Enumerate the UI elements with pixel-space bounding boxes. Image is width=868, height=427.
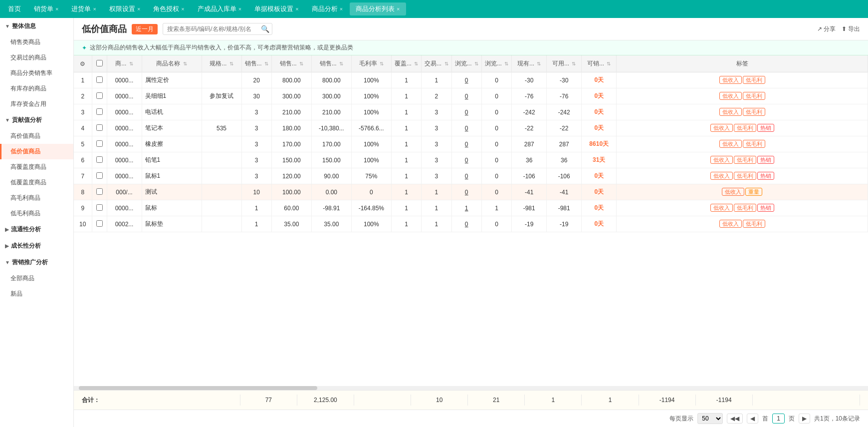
search-icon[interactable]: 🔍 [261,25,269,33]
col-sales3[interactable]: 销售... ⇅ [311,55,351,72]
nav-close-icon[interactable]: × [137,6,140,12]
search-input[interactable] [163,23,272,35]
col-deal[interactable]: 交易... ⇅ [422,55,451,72]
row-checkbox[interactable] [92,216,107,232]
row-select-checkbox[interactable] [96,156,103,163]
col-sales2[interactable]: 销售... ⇅ [271,55,311,72]
row-select-checkbox[interactable] [96,172,103,179]
row-checkbox[interactable] [92,104,107,120]
nav-item-产成品入库单[interactable]: 产成品入库单× [192,2,247,15]
nav-close-icon[interactable]: × [238,6,241,12]
nav-item-权限设置[interactable]: 权限设置× [103,2,146,15]
row-view1: 0 [451,184,481,200]
sidebar-section-营销推广分析[interactable]: ▼营销推广分析 [0,254,73,271]
sidebar-item-销售类商品[interactable]: 销售类商品 [0,34,73,50]
row-s1: 1 [241,216,271,232]
view1-link[interactable]: 0 [465,157,468,164]
settings-col[interactable]: ⚙ [74,55,92,72]
nav-close-icon[interactable]: × [181,6,184,12]
sidebar-item-库存资金占用[interactable]: 库存资金占用 [0,96,73,112]
row-deal: 1 [422,200,451,216]
export-btn[interactable]: ⬆ 导出 [842,25,860,33]
sidebar-item-新品[interactable]: 新品 [0,286,73,302]
sidebar-item-高覆盖度商品[interactable]: 高覆盖度商品 [0,159,73,175]
sidebar-item-商品分类销售率[interactable]: 商品分类销售率 [0,65,73,81]
row-select-checkbox[interactable] [96,108,103,115]
tag-label: 低收入 [719,92,742,100]
sidebar-section-整体信息[interactable]: ▼整体信息 [0,18,73,34]
view1-link[interactable]: 0 [465,173,468,180]
sidebar-item-全部商品[interactable]: 全部商品 [0,271,73,286]
row-checkbox[interactable] [92,136,107,152]
sidebar-section-流通性分析[interactable]: ▶流通性分析 [0,221,73,238]
view1-link[interactable]: 0 [465,189,468,196]
view1-link[interactable]: 0 [465,141,468,148]
nav-item-商品分析[interactable]: 商品分析× [306,2,349,15]
view1-link[interactable]: 0 [465,109,468,116]
row-checkbox[interactable] [92,152,107,168]
row-num: 2 [74,88,92,104]
row-checkbox[interactable] [92,168,107,184]
next-page-btn[interactable]: ▶ [799,414,810,424]
scroll-thumb[interactable] [79,386,317,390]
row-select-checkbox[interactable] [96,92,103,99]
nav-item-商品分析列表[interactable]: 商品分析列表× [350,2,406,15]
nav-close-icon[interactable]: × [295,6,298,12]
select-all-checkbox[interactable] [96,60,103,66]
sidebar-item-低覆盖度商品[interactable]: 低覆盖度商品 [0,175,73,190]
nav-item-单据模板设置[interactable]: 单据模板设置× [248,2,304,15]
col-view2[interactable]: 浏览... ⇅ [481,55,511,72]
page-size-select[interactable]: 50 100 [697,413,723,424]
col-name[interactable]: 商品名称 ⇅ [142,55,202,72]
row-checkbox[interactable] [92,200,107,216]
share-btn[interactable]: ↗ 分享 [817,25,836,33]
row-select-checkbox[interactable] [96,76,103,83]
nav-close-icon[interactable]: × [340,6,343,12]
nav-close-icon[interactable]: × [397,6,400,12]
row-checkbox[interactable] [92,120,107,136]
view1-link[interactable]: 0 [465,221,468,228]
sidebar-item-高毛利商品[interactable]: 高毛利商品 [0,190,73,206]
horizontal-scrollbar[interactable] [74,386,868,390]
view1-link[interactable]: 0 [465,77,468,84]
table-row: 9 0000... 鼠标 1 60.00 -98.91 -164.85% 1 1… [74,200,868,216]
sidebar-section-贡献值分析[interactable]: ▼贡献值分析 [0,112,73,128]
col-stock1[interactable]: 现有... ⇅ [512,55,547,72]
header-row: ⚙ 商... ⇅ 商品名称 ⇅ 规格... ⇅ 销售... ⇅ 销售... ⇅ … [74,55,868,72]
view1-link[interactable]: 0 [465,93,468,100]
row-checkbox[interactable] [92,88,107,104]
col-spec[interactable]: 规格... ⇅ [202,55,241,72]
period-tag-btn[interactable]: 近一月 [132,24,158,34]
nav-item-角色授权[interactable]: 角色授权× [147,2,190,15]
row-select-checkbox[interactable] [96,220,103,227]
col-cover[interactable]: 覆盖... ⇅ [391,55,421,72]
view1-link[interactable]: 1 [465,205,468,212]
sidebar-section-成长性分析[interactable]: ▶成长性分析 [0,238,73,254]
sidebar-item-交易过的商品[interactable]: 交易过的商品 [0,50,73,65]
col-margin[interactable]: 毛利率 ⇅ [351,55,391,72]
nav-item-进货单[interactable]: 进货单× [65,2,102,15]
row-checkbox[interactable] [92,184,107,200]
col-view1[interactable]: 浏览... ⇅ [451,55,481,72]
nav-close-icon[interactable]: × [93,6,96,12]
col-stock2[interactable]: 可用... ⇅ [547,55,582,72]
col-sales1[interactable]: 销售... ⇅ [241,55,271,72]
row-checkbox[interactable] [92,72,107,88]
sidebar-item-有库存的商品[interactable]: 有库存的商品 [0,81,73,96]
prev-page-btn[interactable]: ◀ [747,414,758,424]
sidebar-item-低价值商品[interactable]: 低价值商品 [0,144,73,159]
row-select-checkbox[interactable] [96,140,103,147]
nav-item-首页[interactable]: 首页 [2,2,27,15]
current-page[interactable]: 1 [772,414,785,424]
col-days[interactable]: 可销... ⇅ [582,55,617,72]
view1-link[interactable]: 0 [465,125,468,132]
row-select-checkbox[interactable] [96,204,103,211]
row-select-checkbox[interactable] [96,188,103,195]
row-select-checkbox[interactable] [96,124,103,131]
nav-item-销货单[interactable]: 销货单× [28,2,64,15]
col-code[interactable]: 商... ⇅ [107,55,142,72]
nav-close-icon[interactable]: × [55,6,58,12]
sidebar-item-低毛利商品[interactable]: 低毛利商品 [0,206,73,221]
sidebar-item-高价值商品[interactable]: 高价值商品 [0,128,73,144]
first-page-btn[interactable]: ◀◀ [727,414,743,424]
